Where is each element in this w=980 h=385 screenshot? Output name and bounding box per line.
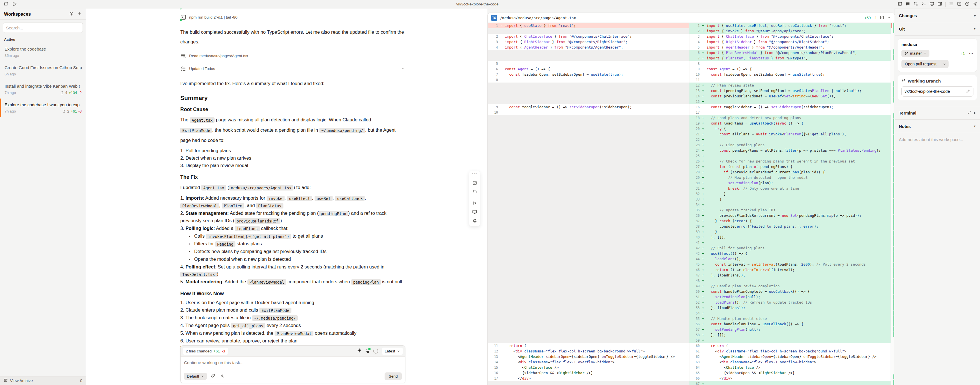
sign-out-icon[interactable] — [12, 2, 17, 8]
archive-icon[interactable] — [3, 2, 8, 8]
expand-icon[interactable] — [967, 110, 971, 115]
edit-icon[interactable] — [966, 89, 970, 94]
diff-code-row: 63 <div className="flex flex-1 overflow-… — [689, 359, 891, 365]
diff-filler-row — [488, 153, 689, 159]
latest-dropdown[interactable]: Latest — [382, 348, 403, 355]
workspace-item[interactable]: Create Good First Issues on Github So p … — [0, 61, 86, 80]
diff-code-row: 40+ }, []); — [689, 234, 891, 240]
open-pr-button[interactable]: Open pull request — [901, 60, 940, 68]
signature-icon[interactable] — [220, 373, 224, 379]
tool-call-run-build[interactable]: npm run build 2>&1 | tail -80 — [180, 14, 405, 20]
diff-code-row: 41+ — [689, 240, 891, 245]
terminal-icon[interactable] — [921, 2, 926, 8]
tool-call-label: Read medusa/src/pages/Agent.tsx — [189, 54, 248, 58]
workspace-title: Create Good First Issues on Github So p — [5, 65, 82, 70]
diff-code-row: 15+ — [689, 99, 891, 104]
workspace-time: 6h ago — [5, 72, 16, 76]
diff-code-row: 29+ // New plan detected – open the moda… — [689, 175, 891, 180]
diff-filler-row — [488, 240, 689, 245]
summary-heading: Summary — [180, 94, 405, 102]
files-changed-badge[interactable]: 2 files changed +61 -3 — [183, 348, 228, 355]
list-bullet: Calls invoke<PlanItem[]>('get_all_plans'… — [180, 232, 405, 240]
message-toolbar: ••• — [469, 171, 480, 226]
diff-code-row: 1+import { useState, useEffect, useRef, … — [689, 23, 891, 28]
status-dot — [180, 9, 182, 10]
settings-icon[interactable] — [973, 2, 978, 8]
diff-filler-row — [488, 294, 689, 300]
todos-status-icon[interactable] — [365, 349, 370, 353]
diff-code-row: 14 <div className="flex flex-1 overflow-… — [488, 359, 689, 365]
drag-handle-icon[interactable]: ••• — [472, 173, 477, 175]
diff-code-row: 39+ } — [689, 229, 891, 234]
notes-input[interactable]: Add notes about this workspace... — [895, 133, 980, 146]
branch-selector[interactable]: master — [901, 50, 929, 57]
diff-code-row: 5import { AgentHeader } from "@/componen… — [689, 45, 891, 50]
diff-scrollbar-map[interactable] — [891, 23, 894, 385]
list-bullet: Detects new plans by comparing against p… — [180, 248, 405, 255]
sparkle-icon[interactable] — [357, 348, 362, 354]
notes-section-header[interactable]: Notes ▼ — [895, 120, 980, 133]
message-input[interactable]: Continue working on this task... — [184, 360, 402, 365]
diff-code-row: 2import { ChatInterface } from "@/compon… — [488, 34, 689, 39]
diff-filler-row — [488, 148, 689, 153]
diff-filler-row — [488, 93, 689, 99]
archive-icon — [3, 378, 8, 383]
diff-filler-row — [488, 202, 689, 207]
hide-diff-icon[interactable] — [472, 180, 477, 186]
collapse-file-icon[interactable] — [887, 16, 891, 20]
monitor-icon[interactable] — [472, 209, 477, 216]
monitor-icon[interactable] — [929, 2, 934, 8]
diff-code-row: 8 — [689, 61, 891, 66]
chat-icon[interactable] — [905, 2, 910, 8]
diff-code-row: 6+import { PlanReviewModal } from "@/com… — [689, 50, 891, 56]
status-dot — [368, 348, 371, 350]
panel-right-icon[interactable] — [937, 2, 942, 8]
whitespace-toggle-icon[interactable] — [880, 15, 884, 21]
diff-filler-row — [488, 137, 689, 142]
diff-filler-row — [488, 197, 689, 202]
diff-code-row: 24+ const pendingPlans = allPlans.filter… — [689, 148, 891, 153]
diff-code-row: 7 const [sidebarOpen, setSidebarOpen] = … — [488, 72, 689, 77]
git-section-header[interactable]: Git ▼ — [895, 22, 980, 36]
stack-icon[interactable] — [69, 11, 74, 17]
repo-name: medusa — [901, 42, 974, 47]
copy-icon[interactable] — [472, 189, 477, 195]
diff-code-row: 25+ — [689, 153, 891, 159]
play-icon[interactable] — [472, 200, 477, 207]
workspace-item[interactable]: Explore the codebase I want you to exp 7… — [0, 99, 86, 117]
diff-filler-row — [488, 310, 689, 316]
git-compare-icon[interactable] — [472, 218, 477, 224]
panel-left-icon[interactable] — [897, 2, 902, 8]
view-archive-button[interactable]: View Archive 0 — [0, 376, 86, 385]
model-selector[interactable]: Default — [184, 373, 207, 380]
tool-call-read-file[interactable]: Read medusa/src/pages/Agent.tsx — [180, 53, 405, 59]
diff-file-path: /medusa/medusa/src/pages/Agent.tsx — [500, 16, 576, 20]
working-branch-input[interactable]: vk/3ccf-explore-the-code — [901, 86, 974, 97]
help-icon[interactable] — [965, 2, 970, 8]
add-workspace-button[interactable] — [77, 11, 82, 17]
diff-code-row: 62 <AgentHeader sidebarOpen={sidebarOpen… — [689, 354, 891, 359]
diff-code-row: 4import { AgentHeader } from "@/componen… — [488, 45, 689, 50]
chevron-down-icon: ▼ — [974, 125, 976, 128]
send-button[interactable]: Send — [385, 372, 402, 380]
inspect-icon[interactable] — [957, 2, 962, 8]
terminal-section-header[interactable]: Terminal ▶ — [895, 106, 980, 120]
workspace-item[interactable]: Explore the codebase 35m ago — [0, 43, 86, 61]
menu-icon[interactable] — [949, 2, 954, 8]
diff-filler-row — [488, 381, 689, 385]
toolbar-divider — [945, 2, 946, 7]
tool-call-updated-todos[interactable]: Updated Todos — [180, 66, 405, 72]
search-input[interactable]: Search... — [3, 22, 83, 33]
list-item: 5. Modal rendering: Added the PlanReview… — [180, 278, 405, 286]
diff-filler-row — [488, 180, 689, 186]
ahead-count[interactable]: ↑ 1 — [960, 51, 965, 56]
pr-dropdown-button[interactable] — [940, 60, 948, 68]
diff-code-row: 9const Agent = () => { — [689, 66, 891, 72]
attach-icon[interactable] — [211, 373, 216, 379]
more-options-button[interactable]: ⋯ — [969, 51, 974, 56]
chevron-down-icon[interactable] — [401, 66, 405, 72]
git-pull-icon[interactable] — [913, 2, 918, 8]
changes-section-header[interactable]: Changes ▶ — [895, 9, 980, 22]
workspace-item[interactable]: Install and integrate Vibe Kanban Web ( … — [0, 80, 86, 99]
diff-filler-row — [488, 121, 689, 126]
